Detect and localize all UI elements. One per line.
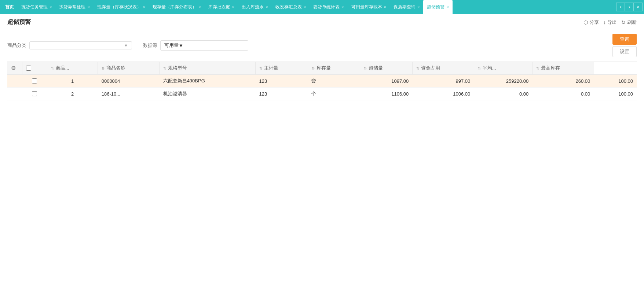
th-max-stock-label: 最高库存 xyxy=(541,65,560,71)
nav-label-available-ledger: 可用量库存账本 xyxy=(351,4,382,10)
nav-item-overstock[interactable]: 超储预警 × xyxy=(423,0,452,14)
select-all-checkbox[interactable] xyxy=(26,66,31,71)
nav-close-expiry[interactable]: × xyxy=(417,5,420,9)
nav-close-inventory-dist[interactable]: × xyxy=(198,5,201,9)
th-code[interactable]: ⇅ 商品... xyxy=(47,62,98,75)
th-avg-label: 平均... xyxy=(483,65,496,71)
category-select[interactable]: ▼ xyxy=(29,41,132,49)
th-capital-label: 资金占用 xyxy=(421,65,440,71)
nav-close-collect-summary[interactable]: × xyxy=(304,5,306,9)
page-header: 超储预警 ⬡ 分享 ↓ 导出 ↻ 刷新 xyxy=(0,14,644,29)
datasource-select-text: 可用量 xyxy=(164,42,179,49)
filter-buttons: 查询 设置 xyxy=(612,34,637,57)
export-button[interactable]: ↓ 导出 xyxy=(603,19,617,26)
td-capital-0: 259220.00 xyxy=(474,75,532,88)
row-checkbox-0[interactable] xyxy=(32,78,37,84)
td-stock-1: 1106.00 xyxy=(360,88,413,100)
nav-item-task-mgmt[interactable]: 拣货任务管理 × xyxy=(18,0,55,14)
nav-item-inventory-status[interactable]: 现存量（库存状况表） × xyxy=(94,0,149,14)
settings-button[interactable]: 设置 xyxy=(612,46,637,57)
th-no xyxy=(22,62,47,75)
nav-label-overstock: 超储预警 xyxy=(427,4,444,10)
nav-item-order-stats[interactable]: 要货单统计表 × xyxy=(310,0,347,14)
td-spec-0: 123 xyxy=(256,75,308,88)
share-icon: ⬡ xyxy=(583,19,588,25)
th-unit[interactable]: ⇅ 主计量 xyxy=(256,62,308,75)
nav-label-batch: 库存批次账 xyxy=(208,4,230,10)
header-actions: ⬡ 分享 ↓ 导出 ↻ 刷新 xyxy=(583,19,637,26)
nav-label-abnormal: 拣货异常处理 xyxy=(59,4,85,10)
td-row-num-0: 1 xyxy=(47,75,98,88)
category-label: 商品分类 xyxy=(7,42,26,49)
refresh-button[interactable]: ↻ 刷新 xyxy=(621,19,637,26)
th-settings: ⚙ xyxy=(7,62,22,75)
nav-arrow-left[interactable]: ‹ xyxy=(616,3,625,11)
td-no-1 xyxy=(22,88,47,100)
nav-close-order-stats[interactable]: × xyxy=(341,5,344,9)
td-capital-1: 0.00 xyxy=(474,88,532,100)
th-avg[interactable]: ⇅ 平均... xyxy=(474,62,532,75)
nav-close-batch[interactable]: × xyxy=(232,5,234,9)
nav-item-collect-summary[interactable]: 收发存汇总表 × xyxy=(272,0,310,14)
sort-icon-avg: ⇅ xyxy=(478,66,481,70)
share-button[interactable]: ⬡ 分享 xyxy=(583,19,599,26)
nav-item-home[interactable]: 首页 xyxy=(1,0,18,14)
th-stock-label: 库存量 xyxy=(316,65,331,71)
th-unit-label: 主计量 xyxy=(264,65,278,71)
td-no-0 xyxy=(22,75,47,88)
query-button[interactable]: 查询 xyxy=(612,34,637,45)
overstock-table: ⚙ ⇅ 商品... ⇅ 商品名称 xyxy=(7,62,637,100)
td-name-1: 机油滤清器 xyxy=(160,88,256,100)
datasource-label: 数据源 xyxy=(143,42,157,49)
refresh-icon: ↻ xyxy=(621,19,626,25)
th-overstock-label: 超储量 xyxy=(369,65,383,71)
nav-label-inventory-dist: 现存量（库存分布表） xyxy=(153,4,197,10)
sort-icon-overstock: ⇅ xyxy=(364,66,367,70)
nav-item-inout-flow[interactable]: 出入库流水 × xyxy=(238,0,271,14)
datasource-chevron-icon: ▼ xyxy=(179,43,183,48)
td-unit-0: 套 xyxy=(308,75,360,88)
td-overstock-1: 1006.00 xyxy=(412,88,474,100)
td-code-1: 186-10... xyxy=(98,88,160,100)
th-stock[interactable]: ⇅ 库存量 xyxy=(308,62,360,75)
th-spec[interactable]: ⇅ 规格型号 xyxy=(160,62,256,75)
th-capital[interactable]: ⇅ 资金占用 xyxy=(412,62,474,75)
export-label: 导出 xyxy=(607,19,617,26)
nav-item-expiry[interactable]: 保质期查询 × xyxy=(390,0,423,14)
nav-close-abnormal[interactable]: × xyxy=(87,5,89,9)
nav-item-batch[interactable]: 库存批次账 × xyxy=(205,0,238,14)
nav-label-task-mgmt: 拣货任务管理 xyxy=(21,4,48,10)
nav-close-inventory-status[interactable]: × xyxy=(143,5,145,9)
nav-close-available-ledger[interactable]: × xyxy=(384,5,386,9)
td-spec-1: 123 xyxy=(256,88,308,100)
nav-item-abnormal[interactable]: 拣货异常处理 × xyxy=(55,0,93,14)
th-overstock[interactable]: ⇅ 超储量 xyxy=(360,62,413,75)
nav-close-inout-flow[interactable]: × xyxy=(266,5,268,9)
nav-label-home: 首页 xyxy=(5,4,14,10)
sort-icon-unit: ⇅ xyxy=(259,66,262,70)
nav-arrows: ‹ › × xyxy=(616,3,643,11)
nav-label-inventory-status: 现存量（库存状况表） xyxy=(97,4,141,10)
row-checkbox-1[interactable] xyxy=(32,91,37,96)
column-settings-button[interactable]: ⚙ xyxy=(11,65,16,71)
table-row: 1 0000004 六配套新昌490BPG 123 套 1097.00 997.… xyxy=(7,75,637,88)
nav-close-task-mgmt[interactable]: × xyxy=(50,5,52,9)
td-stock-0: 1097.00 xyxy=(360,75,413,88)
nav-arrow-right[interactable]: › xyxy=(625,3,634,11)
nav-item-inventory-dist[interactable]: 现存量（库存分布表） × xyxy=(149,0,204,14)
category-filter-item: 商品分类 ▼ xyxy=(7,41,132,49)
th-name-label: 商品名称 xyxy=(106,65,125,71)
nav-item-available-ledger[interactable]: 可用量库存账本 × xyxy=(348,0,390,14)
th-max-stock[interactable]: ⇅ 最高库存 xyxy=(532,62,594,75)
table-container: ⚙ ⇅ 商品... ⇅ 商品名称 xyxy=(0,62,644,100)
datasource-select[interactable]: 可用量 ▼ xyxy=(160,40,248,51)
filter-bar: 商品分类 ▼ 数据源 可用量 ▼ 查询 设置 xyxy=(0,29,644,62)
nav-close-overstock[interactable]: × xyxy=(446,5,449,9)
nav-arrow-close[interactable]: × xyxy=(634,3,643,11)
td-name-0: 六配套新昌490BPG xyxy=(160,75,256,88)
th-name[interactable]: ⇅ 商品名称 xyxy=(98,62,160,75)
nav-label-collect-summary: 收发存汇总表 xyxy=(275,4,302,10)
sort-icon-max-stock: ⇅ xyxy=(536,66,539,70)
table-header-row: ⚙ ⇅ 商品... ⇅ 商品名称 xyxy=(7,62,637,75)
sort-icon-stock: ⇅ xyxy=(312,66,315,70)
